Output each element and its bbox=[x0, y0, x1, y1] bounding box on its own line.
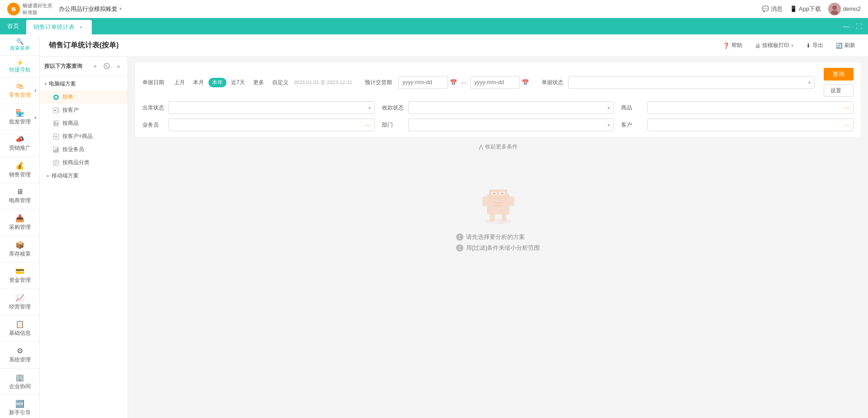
scheme-item-2[interactable]: 按商品 bbox=[40, 117, 127, 130]
sidebar-item-finance[interactable]: 💳 资金管理 bbox=[0, 262, 39, 289]
this-month-btn[interactable]: 本月 bbox=[189, 78, 208, 87]
print-icon: 🖨 bbox=[755, 43, 760, 49]
svg-point-10 bbox=[54, 109, 56, 111]
collapse-panel-btn[interactable]: « bbox=[114, 62, 123, 71]
add-scheme-btn[interactable]: + bbox=[90, 62, 99, 71]
calendar-end-icon[interactable]: 📅 bbox=[522, 79, 529, 86]
last-month-btn[interactable]: 上月 bbox=[170, 78, 189, 87]
sidebar-item-retail[interactable]: 🛍 零售管理 ▾ bbox=[0, 78, 39, 104]
status-label: 单据状态 bbox=[542, 79, 566, 86]
pc-group-header[interactable]: ▾ 电脑端方案 bbox=[40, 77, 127, 90]
scheme-item-0[interactable]: 按单 bbox=[40, 90, 127, 104]
custom-date-btn[interactable]: 自定义 bbox=[269, 78, 292, 87]
system-icon: ⚙ bbox=[17, 347, 23, 355]
svg-rect-20 bbox=[54, 150, 55, 152]
svg-point-27 bbox=[485, 218, 512, 224]
dept-select[interactable]: ▾ bbox=[408, 119, 614, 131]
refresh-btn[interactable]: 🔄 刷新 bbox=[832, 40, 859, 51]
scheme-icon-1 bbox=[52, 107, 60, 114]
scheme-item-3[interactable]: 按客户+商品 bbox=[40, 130, 127, 143]
edit-scheme-btn[interactable]: ✎ bbox=[102, 62, 111, 71]
scheme-item-1[interactable]: 按客户 bbox=[40, 104, 127, 117]
help-btn[interactable]: ❓ 帮助 bbox=[719, 40, 746, 51]
scheme-item-5[interactable]: 按商品分类 bbox=[40, 156, 127, 169]
sidebar-nav-item[interactable]: ⚡ 快捷导航 bbox=[0, 56, 39, 78]
sidebar-item-ecommerce[interactable]: 🖥 电商管理 bbox=[0, 183, 39, 209]
app-icon: 📱 bbox=[790, 5, 797, 12]
expected-date-end[interactable] bbox=[470, 76, 520, 89]
scheme-item-4[interactable]: 按业务员 bbox=[40, 143, 127, 156]
message-btn[interactable]: 💬 消息 bbox=[762, 5, 783, 13]
sidebar-item-wholesale[interactable]: 🏪 批发管理 ▴ bbox=[0, 104, 39, 131]
dept-arrow: ▾ bbox=[608, 123, 610, 128]
last7-btn[interactable]: 近7天 bbox=[227, 78, 249, 87]
this-year-btn[interactable]: 本年 bbox=[208, 78, 226, 87]
logo-icon: 畅 bbox=[7, 3, 20, 15]
svg-text:畅: 畅 bbox=[11, 7, 16, 12]
help-icon: ❓ bbox=[723, 43, 730, 49]
customer-dots-icon: ··· bbox=[844, 121, 849, 128]
scheme-icon-2 bbox=[52, 120, 60, 127]
query-btn[interactable]: 查询 bbox=[824, 68, 854, 81]
sidebar-search[interactable]: 🔍 搜索菜单 bbox=[0, 34, 39, 56]
ecommerce-icon: 🖥 bbox=[16, 188, 24, 196]
mobile-group-header[interactable]: ▸ 移动端方案 bbox=[40, 169, 127, 182]
set-btn[interactable]: 设置 bbox=[824, 84, 854, 97]
sidebar-item-basic[interactable]: 📋 基础信息 bbox=[0, 315, 39, 342]
payment-status-arrow: ▾ bbox=[608, 105, 610, 110]
goods-label: 商品 bbox=[621, 104, 647, 112]
sales-icon: 💰 bbox=[15, 162, 24, 170]
refresh-label: 刷新 bbox=[844, 42, 855, 49]
tab-maximize-btn[interactable]: ⛶ bbox=[854, 21, 864, 32]
payment-status-select[interactable]: ▾ bbox=[408, 101, 614, 114]
export-btn[interactable]: ⬇ 导出 bbox=[802, 40, 827, 51]
tab-home[interactable]: 首页 bbox=[0, 18, 26, 34]
salesman-input[interactable]: ··· bbox=[169, 119, 375, 131]
empty-tips: 1 请先选择要分析的方案 2 用[过滤]条件来缩小分析范围 bbox=[456, 233, 540, 255]
tip-item-1: 1 请先选择要分析的方案 bbox=[456, 233, 540, 241]
more-date-btn[interactable]: 更多 bbox=[250, 78, 268, 87]
sidebar-item-guide[interactable]: 🆕 新手引导 bbox=[0, 395, 39, 418]
svg-rect-39 bbox=[502, 213, 506, 221]
company-name: 办公用品行业模拟账套 bbox=[59, 5, 118, 13]
collapse-bar[interactable]: ⋀ 收起更多条件 bbox=[135, 140, 861, 153]
date-label: 单据日期 bbox=[142, 79, 169, 86]
sidebar-item-system[interactable]: ⚙ 系统管理 bbox=[0, 342, 39, 369]
tab-bar-actions: — ⛶ bbox=[841, 21, 868, 32]
svg-text:✎: ✎ bbox=[105, 64, 108, 69]
goods-input[interactable]: ··· bbox=[647, 101, 854, 114]
dept-label: 部门 bbox=[382, 121, 408, 129]
app-download-btn[interactable]: 📱 App下载 bbox=[790, 5, 821, 13]
page-actions: ❓ 帮助 🖨 按模板打印 ▾ ⬇ 导出 🔄 刷新 bbox=[719, 40, 859, 57]
tab-minimize-btn[interactable]: — bbox=[841, 21, 852, 32]
calendar-start-icon[interactable]: 📅 bbox=[450, 79, 457, 86]
tree-collapse-icon: ▸ bbox=[47, 173, 50, 179]
sidebar-item-inventory[interactable]: 📦 库存核算 bbox=[0, 236, 39, 263]
user-btn[interactable]: demo2 bbox=[828, 3, 861, 15]
tab-close-btn[interactable]: × bbox=[77, 24, 85, 31]
tab-active[interactable]: 销售订单统计表 × bbox=[26, 20, 92, 34]
out-status-select[interactable]: ▾ bbox=[169, 101, 375, 114]
svg-rect-15 bbox=[57, 123, 58, 125]
tab-home-label: 首页 bbox=[7, 22, 19, 30]
avatar bbox=[828, 3, 841, 15]
svg-rect-14 bbox=[54, 122, 56, 125]
print-btn[interactable]: 🖨 按模板打印 ▾ bbox=[751, 40, 797, 51]
company-select[interactable]: 办公用品行业模拟账套 ▾ bbox=[56, 4, 125, 14]
status-select[interactable]: ▾ bbox=[568, 76, 815, 89]
marketing-icon: 📣 bbox=[15, 135, 24, 143]
top-bar-left: 畅 畅捷通好生意 标准版 办公用品行业模拟账套 ▾ bbox=[7, 2, 125, 15]
expected-date-start[interactable] bbox=[398, 76, 448, 89]
sidebar-item-enterprise[interactable]: 🏢 企业协同 bbox=[0, 369, 39, 395]
tab-bar: 首页 销售订单统计表 × — ⛶ bbox=[0, 18, 868, 34]
sidebar-item-purchase[interactable]: 📥 采购管理 bbox=[0, 209, 39, 236]
wholesale-icon: 🏪 bbox=[15, 109, 24, 117]
sidebar-item-operations[interactable]: 📈 经营管理 bbox=[0, 289, 39, 316]
inner-layout: 按以下方案查询 + ✎ « ▾ 电脑端方案 bbox=[40, 57, 868, 418]
date-range-display: 2023-01-01 至 2023-12-31 bbox=[294, 79, 353, 86]
left-panel-icons: + ✎ « bbox=[90, 62, 123, 71]
sidebar-item-marketing[interactable]: 📣 营销推广 bbox=[0, 130, 39, 157]
customer-input[interactable]: ··· bbox=[647, 119, 854, 131]
left-panel-title: 按以下方案查询 bbox=[44, 62, 82, 70]
sidebar-item-sales[interactable]: 💰 销售管理 bbox=[0, 157, 39, 184]
